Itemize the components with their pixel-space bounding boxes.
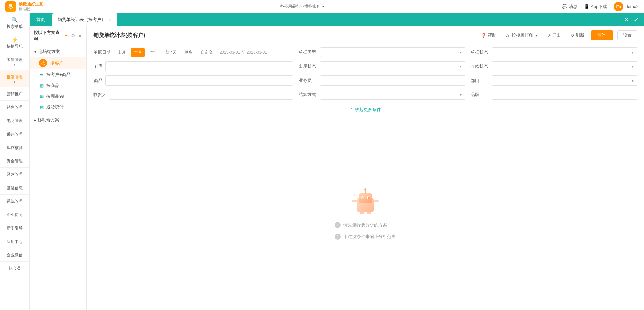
window-close-icon[interactable]: × xyxy=(623,15,630,25)
scheme-item-by-goods[interactable]: ▦ 按商品 xyxy=(30,80,86,91)
department-input[interactable]: ▼ xyxy=(492,75,637,86)
order-type-input[interactable]: ▼ xyxy=(320,47,465,57)
last-month-btn[interactable]: 上月 xyxy=(115,48,129,57)
page-actions: ❓ 帮助 🖨 按模板打印 ▼ ↗ 导出 ↺ xyxy=(478,30,637,40)
salesperson-input[interactable]: ··· xyxy=(320,75,465,86)
settlement-label: 结算方式 xyxy=(299,92,317,98)
group-collapse-icon: ▶ xyxy=(34,118,36,122)
sidebar-item-retail[interactable]: 零售管理 ▼ xyxy=(0,53,29,70)
tab-active[interactable]: 销货单统计表（按客户） × xyxy=(52,13,117,26)
svg-point-5 xyxy=(362,197,364,199)
warehouse-filter: 仓库 ··· xyxy=(93,61,293,71)
settings-scheme-btn[interactable]: ⚙ xyxy=(70,32,76,39)
user-area[interactable]: Ea demo2 xyxy=(614,2,639,11)
sidebar-item-basic[interactable]: 基础信息 xyxy=(0,181,29,195)
dropdown-arrow-icon: ▼ xyxy=(631,65,634,68)
warehouse-input[interactable]: ··· xyxy=(105,61,293,71)
sidebar-item-member[interactable]: 畅会员 xyxy=(0,262,29,275)
chevron-down-icon: ▼ xyxy=(322,5,325,8)
settings-btn[interactable]: 设置 xyxy=(617,30,637,40)
collapse-panel-btn[interactable]: « xyxy=(78,32,82,39)
svg-text:✦: ✦ xyxy=(375,190,377,194)
scheme-item-by-customer[interactable]: 按 按客户 xyxy=(30,57,86,69)
order-status-label: 单据状态 xyxy=(471,49,489,55)
more-btn[interactable]: 更多 xyxy=(181,48,196,57)
order-status-input[interactable]: ▼ xyxy=(492,47,637,57)
tip-num-2: 2 xyxy=(335,234,341,240)
sidebar-item-quick-nav[interactable]: ⚡ 快捷导航 xyxy=(0,33,29,53)
settlement-input[interactable]: ▼ xyxy=(320,90,465,100)
brand-input[interactable]: ··· xyxy=(492,90,637,100)
message-btn[interactable]: 💬 消息 xyxy=(562,4,577,10)
industry-selector[interactable]: 办公用品行业模拟账套 ▼ xyxy=(280,4,325,9)
desktop-group-header[interactable]: ▼ 电脑端方案 xyxy=(30,47,86,57)
ellipsis-icon: ··· xyxy=(629,92,634,97)
scheme-item-by-goods-99[interactable]: ▦ 按商品99 xyxy=(30,91,86,102)
group-expand-icon: ▼ xyxy=(34,50,37,54)
scheme-item-return-stats[interactable]: ▤ 退货统计 xyxy=(30,102,86,112)
collapse-more-btn[interactable]: ⌃ 收起更多条件 xyxy=(87,104,644,115)
sidebar-item-operation[interactable]: 经营管理 xyxy=(0,168,29,181)
content-area: 按以下方案查询 + ⚙ « ▼ 电脑端方案 按 按客户 xyxy=(30,26,644,310)
refresh-btn[interactable]: ↺ 刷新 xyxy=(568,31,587,40)
app-download-btn[interactable]: 📱 App下载 xyxy=(584,4,607,10)
mobile-group-header[interactable]: ▶ 移动端方案 xyxy=(30,115,86,125)
sidebar-item-enterprise[interactable]: 企业协同 xyxy=(0,208,29,221)
avatar: Ea xyxy=(614,2,623,11)
logo-text: 畅捷通好生意 标准版 xyxy=(19,2,43,12)
sidebar-item-purchase[interactable]: 采购管理 xyxy=(0,127,29,141)
goods-label: 商品 xyxy=(93,78,103,84)
last-7-days-btn[interactable]: 近7天 xyxy=(163,48,179,57)
tab-bar-right: × ⤢ xyxy=(623,15,644,25)
brand-filter: 品牌 ··· xyxy=(471,90,637,100)
out-status-input[interactable]: ▼ xyxy=(320,61,465,71)
order-type-label: 单据类型 xyxy=(299,49,317,55)
this-month-btn[interactable]: 本月 xyxy=(131,48,145,57)
window-maximize-icon[interactable]: ⤢ xyxy=(632,15,640,25)
payment-status-label: 收款状态 xyxy=(471,63,489,69)
sidebar-item-sales[interactable]: 销售管理 xyxy=(0,101,29,114)
left-panel: 按以下方案查询 + ⚙ « ▼ 电脑端方案 按 按客户 xyxy=(30,26,87,310)
goods-filter: 商品 ··· xyxy=(93,75,293,86)
sidebar: 🔍 搜索菜单 ⚡ 快捷导航 零售管理 ▼ 批发管理 ▲ 营销推广 销售管理 电商… xyxy=(0,13,30,310)
payment-status-input[interactable]: ▼ xyxy=(492,61,637,71)
svg-text:✦: ✦ xyxy=(353,194,356,197)
export-btn[interactable]: ↗ 导出 xyxy=(545,31,564,40)
sidebar-item-system[interactable]: 系统管理 xyxy=(0,195,29,208)
custom-btn[interactable]: 自定义 xyxy=(198,48,216,57)
consignee-input[interactable]: ··· xyxy=(109,90,293,100)
page-title: 销货单统计表(按客户) xyxy=(93,32,145,39)
tab-home[interactable]: 首页 xyxy=(30,13,52,26)
svg-rect-9 xyxy=(360,212,364,214)
template-print-btn[interactable]: 🖨 按模板打印 ▼ xyxy=(503,31,541,40)
scheme-icon: ▦ xyxy=(39,83,44,88)
dropdown-icon: ▼ xyxy=(535,34,538,37)
ellipsis-icon: ··· xyxy=(457,78,462,83)
sidebar-item-finance[interactable]: 资金管理 xyxy=(0,154,29,168)
sidebar-item-marketing[interactable]: 营销推广 xyxy=(0,87,29,101)
goods-input[interactable]: ··· xyxy=(105,75,293,86)
sidebar-item-inventory[interactable]: 库存核算 xyxy=(0,141,29,154)
scheme-icon: ☰ xyxy=(39,72,44,78)
svg-point-8 xyxy=(364,188,366,190)
sidebar-item-guide[interactable]: 新手引导 xyxy=(0,221,29,235)
tab-close-icon[interactable]: × xyxy=(108,17,112,23)
add-scheme-btn[interactable]: + xyxy=(64,32,68,39)
this-year-btn[interactable]: 本年 xyxy=(147,48,161,57)
sidebar-item-weixin[interactable]: 企业微信 xyxy=(0,248,29,262)
query-btn[interactable]: 查询 xyxy=(591,30,613,40)
tab-bar: 首页 销货单统计表（按客户） × × ⤢ xyxy=(30,13,644,26)
salesperson-filter: 业务员 ··· xyxy=(299,75,465,86)
tip-num-1: 1 xyxy=(335,222,341,228)
scheme-item-by-customer-goods[interactable]: ☰ 按客户+商品 xyxy=(30,69,86,80)
sidebar-item-search-menu[interactable]: 🔍 搜索菜单 xyxy=(0,13,29,33)
sidebar-item-wholesale[interactable]: 批发管理 ▲ xyxy=(0,70,29,87)
sidebar-item-ecommerce[interactable]: 电商管理 xyxy=(0,114,29,127)
filter-row-1: 单据日期 上月 本月 本年 近7天 更多 自定义 2023-03-01 至 20… xyxy=(93,47,637,57)
settlement-filter: 结算方式 ▼ xyxy=(299,90,465,100)
ellipsis-icon: ··· xyxy=(284,64,290,69)
help-btn[interactable]: ❓ 帮助 xyxy=(478,31,499,40)
date-range-display: 2023-03-01 至 2023-03-31 xyxy=(220,50,267,55)
empty-tip-2: 2 用过滤条件来缩小分析范围 xyxy=(335,234,396,240)
sidebar-item-app-center[interactable]: 应用中心 xyxy=(0,235,29,248)
